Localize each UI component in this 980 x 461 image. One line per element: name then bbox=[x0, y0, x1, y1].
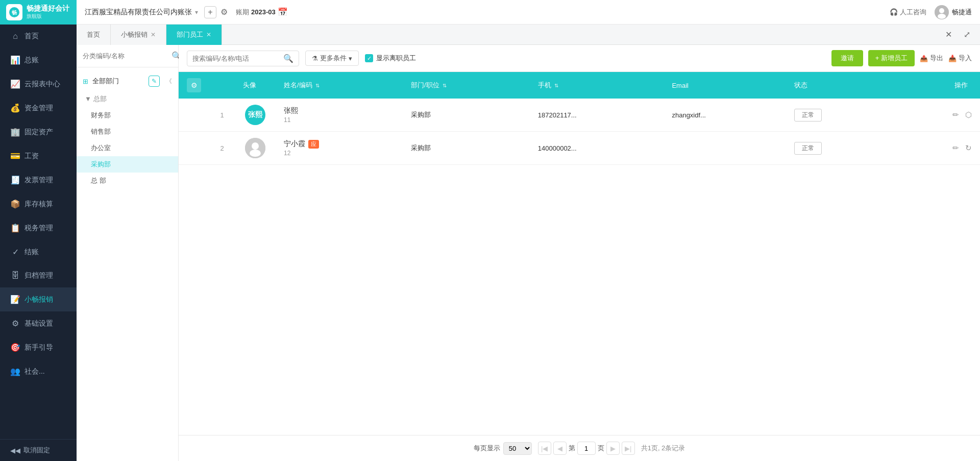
show-resigned-toggle[interactable]: ✓ 显示离职员工 bbox=[365, 54, 416, 63]
pagination-bar: 每页显示 10 20 50 100 |◀ ◀ 第 1 页 bbox=[179, 435, 980, 461]
toolbar-search-icon[interactable]: 🔍 bbox=[283, 54, 293, 63]
tab-expense-close[interactable]: ✕ bbox=[151, 31, 156, 38]
prev-page-button[interactable]: ◀ bbox=[553, 442, 567, 455]
row1-email: zhangxidf... bbox=[664, 99, 786, 132]
sidebar-item-label: 库存核算 bbox=[24, 200, 53, 209]
row2-status-badge: 正常 bbox=[794, 142, 822, 155]
dept-edit-button[interactable]: ✎ bbox=[149, 76, 160, 87]
col-actions: 操作 bbox=[893, 72, 980, 99]
user-area[interactable]: 畅捷通 bbox=[935, 5, 972, 19]
col-email: Email bbox=[664, 72, 786, 99]
row2-name-cell: 宁小霞 应 12 bbox=[276, 132, 403, 165]
tab-expand-icon[interactable]: ⤢ bbox=[960, 28, 974, 42]
page-text: 第 bbox=[569, 444, 575, 453]
row1-name-code: 张熙 11 bbox=[284, 106, 395, 124]
logo-icon: 畅 bbox=[6, 4, 22, 20]
toolbar-right: 邀请 + 新增员工 📤 导出 📥 导入 bbox=[831, 50, 972, 66]
svg-point-6 bbox=[252, 142, 259, 150]
import-label: 导入 bbox=[959, 54, 972, 63]
top-settings-icon[interactable]: ⚙ bbox=[220, 7, 228, 17]
sidebar-item-home[interactable]: ⌂ 首页 bbox=[0, 25, 77, 48]
sidebar-item-inventory[interactable]: 📦 库存核算 bbox=[0, 192, 77, 216]
company-name[interactable]: 江西服宝精品有限责任公司内账张 ▾ bbox=[85, 8, 198, 17]
dept-search-input[interactable] bbox=[83, 52, 168, 60]
sidebar-item-label: 总账 bbox=[24, 56, 39, 65]
last-page-button[interactable]: ▶| bbox=[622, 442, 635, 455]
sidebar-item-tax[interactable]: 📋 税务管理 bbox=[0, 216, 77, 240]
row2-edit-icon[interactable]: ✏ bbox=[952, 143, 959, 153]
invite-button[interactable]: 邀请 bbox=[831, 50, 863, 66]
main-layout: ⌂ 首页 📊 总账 📈 云报表中心 💰 资金管理 🏢 固定资产 💳 工资 🧾 发… bbox=[0, 25, 980, 461]
per-page-select[interactable]: 10 20 50 100 bbox=[503, 442, 532, 455]
top-add-button[interactable]: + bbox=[204, 6, 216, 18]
sidebar-item-expense[interactable]: 📝 小畅报销 bbox=[0, 287, 77, 311]
sidebar-item-funds[interactable]: 💰 资金管理 bbox=[0, 96, 77, 120]
tab-home[interactable]: 首页 bbox=[77, 25, 111, 45]
col-phone-label: 手机 bbox=[538, 81, 551, 89]
row1-action-btns: ✏ ⬡ bbox=[901, 110, 972, 119]
dept-bangongshi[interactable]: 办公室 bbox=[77, 140, 178, 156]
sidebar-item-label: 首页 bbox=[24, 32, 39, 41]
row1-code: 11 bbox=[284, 116, 395, 124]
sidebar-item-label: 工资 bbox=[24, 152, 39, 161]
dept-caigou[interactable]: 采购部 bbox=[77, 156, 178, 173]
assets-icon: 🏢 bbox=[10, 127, 20, 137]
dept-xiaoshou[interactable]: 销售部 bbox=[77, 124, 178, 140]
sidebar-item-archive[interactable]: 🗄 归档管理 bbox=[0, 264, 77, 287]
sort-arrows-phone: ⇅ bbox=[554, 83, 558, 88]
employee-table: ⚙ 头像 姓名/编码 ⇅ 部门/职位 ⇅ bbox=[179, 72, 980, 165]
sidebar-item-label: 归档管理 bbox=[24, 271, 53, 280]
row1-edit-icon[interactable]: ✏ bbox=[952, 110, 959, 119]
sidebar-item-staff[interactable]: 👥 社会... bbox=[0, 359, 77, 383]
col-settings-icon[interactable]: ⚙ bbox=[187, 78, 201, 92]
sidebar-item-reports[interactable]: 📈 云报表中心 bbox=[0, 72, 77, 96]
import-button[interactable]: 📥 导入 bbox=[948, 54, 972, 63]
per-page-control: 每页显示 10 20 50 100 bbox=[474, 442, 532, 455]
dept-caiwu[interactable]: 财务部 bbox=[77, 107, 178, 124]
sidebar-item-invoice[interactable]: 🧾 发票管理 bbox=[0, 168, 77, 192]
sidebar-item-assets[interactable]: 🏢 固定资产 bbox=[0, 120, 77, 144]
search-input[interactable] bbox=[192, 55, 280, 62]
company-dropdown-icon[interactable]: ▾ bbox=[195, 9, 198, 16]
sidebar-item-settings[interactable]: ⚙ 基础设置 bbox=[0, 311, 77, 335]
sidebar-item-salary[interactable]: 💳 工资 bbox=[0, 144, 77, 168]
inventory-icon: 📦 bbox=[10, 199, 20, 209]
pagination-buttons: |◀ ◀ 第 1 页 ▶ ▶| bbox=[538, 442, 635, 455]
add-employee-button[interactable]: + 新增员工 bbox=[868, 50, 915, 66]
dept-collapse-icon[interactable]: 《 bbox=[166, 77, 172, 86]
row2-refresh-icon[interactable]: ↻ bbox=[965, 143, 972, 153]
dept-group-arrow: ▼ bbox=[85, 95, 91, 103]
filter-button[interactable]: ⚗ 更多条件 ▾ bbox=[305, 51, 359, 66]
sidebar-item-checkout[interactable]: ✓ 结账 bbox=[0, 240, 77, 264]
left-arrow-icon: ◀◀ bbox=[10, 447, 20, 454]
unpin-button[interactable]: ◀◀ 取消固定 bbox=[0, 439, 77, 461]
avatar bbox=[935, 5, 949, 19]
service-button[interactable]: 🎧 人工咨询 bbox=[890, 8, 926, 17]
period-calendar-icon[interactable]: 📅 bbox=[278, 7, 288, 17]
dept-group-label: 总部 bbox=[93, 95, 107, 103]
tab-dept-employee-close[interactable]: ✕ bbox=[206, 31, 211, 38]
tab-close-all-icon[interactable]: ✕ bbox=[941, 28, 955, 42]
tab-expense[interactable]: 小畅报销 ✕ bbox=[111, 25, 166, 45]
export-button[interactable]: 📤 导出 bbox=[920, 54, 943, 63]
next-page-button[interactable]: ▶ bbox=[606, 442, 620, 455]
sidebar-item-guide[interactable]: 🎯 新手引导 bbox=[0, 335, 77, 359]
tab-dept-employee[interactable]: 部门员工 ✕ bbox=[166, 25, 222, 45]
row1-logout-icon[interactable]: ⬡ bbox=[965, 110, 972, 119]
sidebar-item-general-ledger[interactable]: 📊 总账 bbox=[0, 48, 77, 72]
first-page-button[interactable]: |◀ bbox=[538, 442, 551, 455]
per-page-label: 每页显示 bbox=[474, 444, 500, 453]
period-label: 账期 bbox=[236, 8, 249, 17]
dept-zongbu-group[interactable]: ▼ 总部 bbox=[77, 91, 178, 107]
dept-zongbu2[interactable]: 总 部 bbox=[77, 173, 178, 189]
col-phone[interactable]: 手机 ⇅ bbox=[530, 72, 664, 99]
invoice-icon: 🧾 bbox=[10, 175, 20, 185]
col-name-code[interactable]: 姓名/编码 ⇅ bbox=[276, 72, 403, 99]
dept-list: ▼ 总部 财务部 销售部 办公室 采购部 总 部 bbox=[77, 91, 178, 189]
page-input[interactable]: 1 bbox=[577, 442, 596, 455]
row1-actions-cell: ✏ ⬡ bbox=[893, 99, 980, 132]
col-dept-position[interactable]: 部门/职位 ⇅ bbox=[403, 72, 530, 99]
show-resigned-checkbox[interactable]: ✓ bbox=[365, 54, 373, 62]
dept-all-header[interactable]: ⊞ 全部部门 ✎ 《 bbox=[77, 71, 178, 91]
sidebar-item-label: 税务管理 bbox=[24, 224, 53, 233]
